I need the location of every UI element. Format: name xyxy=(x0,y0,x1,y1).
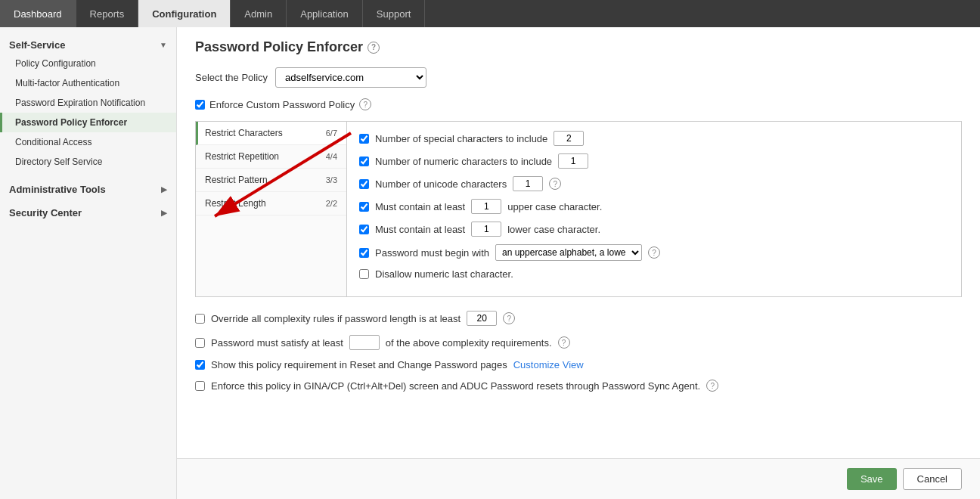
begin-with-label: Password must begin with xyxy=(375,247,489,259)
tab-application[interactable]: Application xyxy=(287,0,363,27)
page-title: Password Policy Enforcer ? xyxy=(195,39,962,55)
bottom-option-override: Override all complexity rules if passwor… xyxy=(195,311,962,326)
sidebar-item-mfa[interactable]: Multi-factor Authentication xyxy=(0,73,176,93)
sidebar-section-admin-tools-arrow: ▶ xyxy=(161,185,167,194)
page-title-help-icon[interactable]: ? xyxy=(368,42,380,54)
policy-select[interactable]: adselfservice.com xyxy=(275,67,426,88)
cancel-button[interactable]: Cancel xyxy=(903,468,962,490)
lowercase-checkbox[interactable] xyxy=(359,225,369,234)
option-uppercase: Must contain at least upper case charact… xyxy=(359,199,949,214)
unicode-chars-checkbox[interactable] xyxy=(359,179,369,189)
rules-right: Number of special characters to include … xyxy=(347,122,961,296)
tab-configuration[interactable]: Configuration xyxy=(138,0,231,27)
rule-item-restrict-repetition[interactable]: Restrict Repetition 4/4 xyxy=(196,145,346,169)
unicode-help-icon[interactable]: ? xyxy=(549,178,561,190)
sidebar: Self-Service ▼ Policy Configuration Mult… xyxy=(0,27,177,499)
satisfy-input[interactable] xyxy=(349,335,380,350)
rules-container: Restrict Characters 6/7 Restrict Repetit… xyxy=(195,121,962,297)
option-numeric-chars: Number of numeric characters to include xyxy=(359,153,949,169)
uppercase-input[interactable] xyxy=(471,199,501,214)
unicode-chars-label: Number of unicode characters xyxy=(375,178,507,190)
bottom-option-show-policy: Show this policy requirement in Reset an… xyxy=(195,359,962,370)
enforce-checkbox[interactable] xyxy=(195,100,205,110)
bottom-option-gina: Enforce this policy in GINA/CP (Ctrl+Alt… xyxy=(195,380,962,392)
show-policy-checkbox[interactable] xyxy=(195,360,205,370)
policy-select-label: Select the Policy xyxy=(195,72,268,83)
rules-left: Restrict Characters 6/7 Restrict Repetit… xyxy=(196,122,347,296)
sidebar-section-admin-tools[interactable]: Administrative Tools ▶ xyxy=(0,178,176,198)
tab-admin[interactable]: Admin xyxy=(231,0,287,27)
sidebar-item-password-expiration[interactable]: Password Expiration Notification xyxy=(0,93,176,113)
layout: Self-Service ▼ Policy Configuration Mult… xyxy=(0,27,980,499)
rule-restrict-characters-label: Restrict Characters xyxy=(205,128,283,138)
rule-item-restrict-characters[interactable]: Restrict Characters 6/7 xyxy=(196,122,346,145)
rule-item-restrict-length[interactable]: Restrict Length 2/2 xyxy=(196,192,346,215)
override-complexity-help-icon[interactable]: ? xyxy=(503,312,515,324)
disallow-numeric-last-checkbox[interactable] xyxy=(359,269,369,279)
satisfy-label-before: Password must satisfy at least xyxy=(211,337,343,349)
option-disallow-numeric-last: Disallow numeric last character. xyxy=(359,268,949,280)
sidebar-section-self-service[interactable]: Self-Service ▼ xyxy=(0,33,176,54)
rule-restrict-characters-badge: 6/7 xyxy=(326,129,337,138)
lowercase-label-after: lower case character. xyxy=(507,224,600,235)
sidebar-section-self-service-arrow: ▼ xyxy=(160,41,167,49)
tab-support[interactable]: Support xyxy=(363,0,426,27)
special-chars-checkbox[interactable] xyxy=(359,134,369,144)
option-lowercase: Must contain at least lower case charact… xyxy=(359,222,949,237)
uppercase-checkbox[interactable] xyxy=(359,202,369,212)
lowercase-label-before: Must contain at least xyxy=(375,224,465,235)
sidebar-item-conditional-access[interactable]: Conditional Access xyxy=(0,132,176,152)
gina-help-icon[interactable]: ? xyxy=(706,380,718,392)
begin-with-help-icon[interactable]: ? xyxy=(648,246,660,259)
rule-restrict-repetition-badge: 4/4 xyxy=(326,152,337,161)
bottom-option-satisfy: Password must satisfy at least of the ab… xyxy=(195,335,962,350)
sidebar-section-security-center-arrow: ▶ xyxy=(161,209,167,217)
enforce-help-icon[interactable]: ? xyxy=(359,98,371,110)
uppercase-label-after: upper case character. xyxy=(507,201,602,212)
satisfy-label-after: of the above complexity requirements. xyxy=(386,337,552,349)
disallow-numeric-last-label: Disallow numeric last character. xyxy=(375,268,513,280)
numeric-chars-input[interactable] xyxy=(558,153,588,169)
begin-with-checkbox[interactable] xyxy=(359,248,369,258)
satisfy-checkbox[interactable] xyxy=(195,338,205,348)
sidebar-item-password-policy-enforcer[interactable]: Password Policy Enforcer xyxy=(0,113,176,132)
numeric-chars-checkbox[interactable] xyxy=(359,157,369,166)
customize-view-link[interactable]: Customize View xyxy=(513,359,584,370)
sidebar-item-policy-configuration[interactable]: Policy Configuration xyxy=(0,54,176,73)
numeric-chars-label: Number of numeric characters to include xyxy=(375,156,552,167)
override-complexity-checkbox[interactable] xyxy=(195,314,205,324)
rule-restrict-pattern-label: Restrict Pattern xyxy=(205,175,268,185)
lowercase-input[interactable] xyxy=(471,222,501,237)
policy-select-row: Select the Policy adselfservice.com xyxy=(195,67,962,88)
uppercase-label-before: Must contain at least xyxy=(375,201,465,212)
tab-reports[interactable]: Reports xyxy=(76,0,139,27)
rule-restrict-length-label: Restrict Length xyxy=(205,198,266,209)
sidebar-section-self-service-label: Self-Service xyxy=(9,39,65,51)
sidebar-section-security-center[interactable]: Security Center ▶ xyxy=(0,201,176,222)
begin-with-select[interactable]: an uppercase alphabet, a lowe xyxy=(495,244,642,261)
rule-restrict-repetition-label: Restrict Repetition xyxy=(205,151,279,162)
main-content: Password Policy Enforcer ? Select the Po… xyxy=(177,27,980,458)
enforce-row: Enforce Custom Password Policy ? xyxy=(195,98,962,110)
gina-checkbox[interactable] xyxy=(195,381,205,391)
content-wrapper: Password Policy Enforcer ? Select the Po… xyxy=(177,27,980,499)
tab-dashboard[interactable]: Dashboard xyxy=(0,0,76,27)
override-complexity-label: Override all complexity rules if passwor… xyxy=(211,313,461,324)
footer: Save Cancel xyxy=(177,458,980,499)
sidebar-item-directory-self-service[interactable]: Directory Self Service xyxy=(0,152,176,172)
show-policy-label: Show this policy requirement in Reset an… xyxy=(211,359,507,370)
enforce-label: Enforce Custom Password Policy xyxy=(209,99,355,110)
top-nav: Dashboard Reports Configuration Admin Ap… xyxy=(0,0,980,27)
option-begin-with: Password must begin with an uppercase al… xyxy=(359,244,949,261)
override-complexity-input[interactable] xyxy=(467,311,497,326)
satisfy-help-icon[interactable]: ? xyxy=(558,336,570,349)
unicode-chars-input[interactable] xyxy=(513,176,543,191)
special-chars-input[interactable] xyxy=(554,131,584,146)
rule-item-restrict-pattern[interactable]: Restrict Pattern 3/3 xyxy=(196,169,346,192)
rule-restrict-length-badge: 2/2 xyxy=(326,199,337,208)
save-button[interactable]: Save xyxy=(847,468,897,490)
sidebar-section-security-center-label: Security Center xyxy=(9,207,82,219)
special-chars-label: Number of special characters to include xyxy=(375,133,547,144)
option-unicode-chars: Number of unicode characters ? xyxy=(359,176,949,191)
sidebar-section-admin-tools-label: Administrative Tools xyxy=(9,184,106,195)
